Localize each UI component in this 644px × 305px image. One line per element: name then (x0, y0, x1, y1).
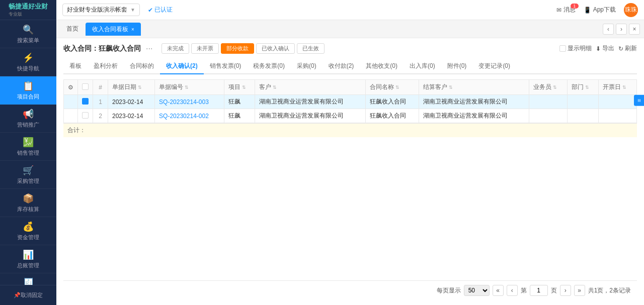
show-detail-checkbox[interactable]: 显示明细 (559, 44, 592, 53)
status-btn-3[interactable]: 已收入确认 (256, 43, 295, 54)
sub-tab-0[interactable]: 看板 (63, 59, 88, 74)
sub-tab-2[interactable]: 合同标的 (124, 59, 160, 74)
invoicedate-sort-label: 开票日 (603, 83, 621, 91)
sidebar-icon-4: 💹 (23, 137, 34, 148)
contract-sort[interactable]: 合同名称⇅ (370, 83, 415, 91)
sidebar-item-6[interactable]: 📦库存核算 (0, 189, 56, 217)
refresh-label: 刷新 (625, 44, 637, 53)
salesperson-sort[interactable]: 业务员⇅ (533, 83, 563, 91)
billing-sort-icon: ⇅ (449, 85, 453, 90)
project-sort-label: 项目 (228, 83, 240, 91)
project-sort-icon: ⇅ (242, 85, 246, 90)
app-download-action[interactable]: 📱 App下载 (584, 6, 616, 14)
sub-tab-5[interactable]: 税务发票(0) (247, 59, 291, 74)
status-btn-0[interactable]: 未完成 (162, 43, 189, 54)
sidebar-item-1[interactable]: ⚡快捷导航 (0, 48, 56, 76)
active-tab-label: 收入合同看板 (92, 25, 128, 34)
home-tab[interactable]: 首页 (60, 23, 85, 35)
row-contract-0: 狂飙收入合同 (365, 95, 419, 109)
page-number-input[interactable] (530, 285, 548, 296)
sidebar-scroll: 🔍搜索菜单⚡快捷导航📋项目合同📢营销推广💹销售管理🛒采购管理📦库存核算💰资金管理… (0, 20, 56, 285)
sidebar-item-7[interactable]: 💰资金管理 (0, 217, 56, 245)
row-project-0: 狂飙 (224, 95, 255, 109)
active-tab[interactable]: 收入合同看板 × (86, 23, 141, 36)
select-all-checkbox[interactable] (82, 83, 89, 90)
sub-tab-10[interactable]: 附件(0) (441, 59, 473, 74)
sidebar-item-4[interactable]: 💹销售管理 (0, 133, 56, 161)
show-detail-label: 显示明细 (568, 44, 592, 53)
sub-tab-8[interactable]: 其他收支(0) (360, 59, 404, 74)
sub-tab-1[interactable]: 盈利分析 (88, 59, 124, 74)
sidebar-item-8[interactable]: 📊总账管理 (0, 245, 56, 273)
show-detail-check[interactable] (559, 45, 566, 52)
row-billing-0: 湖南卫视商业运营发展有限公司 (419, 95, 529, 109)
tab-prev-btn[interactable]: ‹ (603, 24, 614, 35)
row-date-0: 2023-02-14 (108, 95, 155, 109)
footer-total-label: 合计： (67, 127, 86, 134)
sub-tab-7[interactable]: 收付款(2) (323, 59, 360, 74)
status-buttons: 未完成未开票部分收款已收入确认已生效 (162, 43, 325, 54)
prev-page-btn[interactable]: ‹ (507, 285, 518, 296)
department-sort[interactable]: 部门⇅ (572, 83, 594, 91)
status-btn-2[interactable]: 部分收款 (221, 43, 254, 54)
tab-next-btn[interactable]: › (616, 24, 627, 35)
row-checkbox-1[interactable] (78, 109, 93, 123)
refresh-btn[interactable]: ↻ 刷新 (618, 44, 637, 53)
status-btn-1[interactable]: 未开票 (191, 43, 219, 54)
pin-icon: 📌 (14, 292, 21, 298)
right-panel-btn[interactable]: ≡ (634, 95, 644, 106)
project-sort[interactable]: 项目⇅ (228, 83, 251, 91)
status-btn-4[interactable]: 已生效 (297, 43, 325, 54)
sub-tab-3[interactable]: 收入确认(2) (160, 59, 204, 74)
table-row-0[interactable]: 1 2023-02-14 SQ-20230214-003 狂飙 湖南卫视商业运营… (64, 95, 637, 109)
home-tab-label: 首页 (66, 25, 78, 33)
topbar-right: ✉ 1 消息 📱 App下载 珠珠 (556, 3, 638, 17)
sidebar-item-0[interactable]: 🔍搜索菜单 (0, 20, 56, 48)
table-row-1[interactable]: 2 2023-02-14 SQ-20230214-002 狂飙 湖南卫视商业运营… (64, 109, 637, 123)
sub-tab-11[interactable]: 变更记录(0) (472, 59, 516, 74)
export-btn[interactable]: ⬇ 导出 (596, 44, 614, 53)
sidebar-item-3[interactable]: 📢营销推广 (0, 105, 56, 133)
orderno-sort[interactable]: 单据编号⇅ (159, 83, 219, 91)
col-orderno-header: 单据编号⇅ (155, 80, 224, 95)
billing-sort[interactable]: 结算客户⇅ (423, 83, 525, 91)
export-icon: ⬇ (596, 45, 601, 52)
sidebar-item-2[interactable]: 📋项目合同 (0, 76, 56, 105)
page-content: 收入合同：狂飙收入合同 ··· 未完成未开票部分收款已收入确认已生效 显示明细 … (56, 38, 644, 305)
selector-arrow-icon: ▼ (130, 7, 135, 13)
sidebar-item-9[interactable]: 🧾发票管理 (0, 273, 56, 285)
row-orderno-0[interactable]: SQ-20230214-003 (155, 95, 224, 109)
sidebar-label-7: 资金管理 (17, 234, 39, 241)
more-icon[interactable]: ··· (146, 44, 152, 53)
order-link-0[interactable]: SQ-20230214-003 (159, 98, 209, 106)
sidebar-label-3: 营销推广 (17, 121, 39, 129)
tab-close-icon[interactable]: × (131, 27, 134, 32)
sub-tab-6[interactable]: 采购(0) (291, 59, 323, 74)
col-project-header: 项目⇅ (224, 80, 255, 95)
first-page-btn[interactable]: « (493, 285, 504, 296)
row-orderno-1[interactable]: SQ-20230214-002 (155, 109, 224, 123)
logo-text: 畅捷通好业财 (9, 2, 48, 11)
row-gear-0 (64, 95, 78, 109)
sidebar-item-5[interactable]: 🛒采购管理 (0, 161, 56, 189)
invoicedate-sort[interactable]: 开票日⇅ (603, 83, 632, 91)
page-size-select[interactable]: 50 20 100 (464, 285, 490, 296)
sub-tab-4[interactable]: 销售发票(0) (204, 59, 248, 74)
sidebar-label-0: 搜索菜单 (17, 37, 39, 44)
page-label: 页 (551, 286, 557, 295)
next-page-btn[interactable]: › (560, 285, 571, 296)
company-selector[interactable]: 好业财专业版演示帐套 ▼ (62, 4, 140, 16)
row-checkbox-0[interactable] (78, 95, 93, 109)
message-action[interactable]: ✉ 1 消息 (556, 6, 576, 14)
gear-icon[interactable]: ⚙ (68, 84, 73, 91)
last-page-btn[interactable]: » (574, 285, 585, 296)
table-container[interactable]: ⚙ # 单据日期⇅ 单据编号⇅ 项目⇅ (63, 79, 637, 280)
tab-close-btn[interactable]: × (629, 24, 640, 35)
user-avatar-action[interactable]: 珠珠 (624, 3, 638, 17)
sub-tab-9[interactable]: 出入库(0) (404, 59, 441, 74)
order-link-1[interactable]: SQ-20230214-002 (159, 113, 209, 120)
sidebar-bottom-pin[interactable]: 📌 取消固定 (0, 285, 56, 305)
date-sort[interactable]: 单据日期⇅ (112, 83, 150, 91)
col-invoicedate-header: 开票日⇅ (598, 80, 636, 95)
customer-sort[interactable]: 客户⇅ (259, 83, 361, 91)
